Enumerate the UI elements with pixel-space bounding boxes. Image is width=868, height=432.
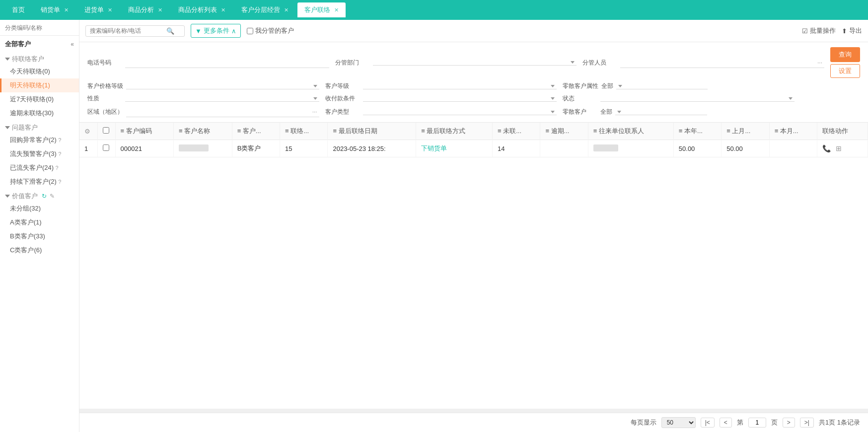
sidebar-collapse-button[interactable]: « <box>71 41 74 48</box>
sidebar-item-class-b[interactable]: B类客户(33) <box>0 229 79 243</box>
filter-retail-customer: 零散客户 全部 <box>563 108 795 116</box>
total-records: 共1页 1条记录 <box>819 418 860 427</box>
cell-this-month <box>769 140 817 157</box>
filter-manager: 分管人员 ··· <box>582 58 824 68</box>
nav-customer-contact-close-icon[interactable]: ✕ <box>334 7 339 13</box>
unit-contact-blurred <box>593 144 618 151</box>
nav-product-analysis-label: 商品分析 <box>128 5 154 14</box>
nav-customer-seg-close-icon[interactable]: ✕ <box>284 7 289 13</box>
value-edit-icon[interactable]: ✎ <box>50 193 55 200</box>
last-method-link[interactable]: 下销货单 <box>421 144 447 152</box>
customer-type-chevron <box>551 111 555 113</box>
filter-status-select[interactable] <box>600 96 795 102</box>
sidebar-item-declining[interactable]: 持续下滑客户(2) ? <box>0 175 79 189</box>
th-overdue: ≡ 逾期... <box>540 123 588 140</box>
sidebar-item-class-c[interactable]: C类客户(6) <box>0 243 79 257</box>
triangle-down-icon-2 <box>5 126 10 129</box>
sidebar-item-today-pending[interactable]: 今天待联络(0) <box>0 65 79 78</box>
filter-payment-select[interactable] <box>363 96 557 102</box>
row-action-more-icon[interactable]: ⊞ <box>836 144 842 152</box>
nav-customer-contact[interactable]: 客户联络 ✕ <box>297 2 346 17</box>
query-button[interactable]: 查询 <box>830 47 860 62</box>
th-unit-contact: ≡ 往来单位联系人 <box>588 123 673 140</box>
batch-op-label: 批量操作 <box>810 26 836 35</box>
cell-last-month: 50.00 <box>722 140 769 157</box>
filter-region: 区域（地区） ··· <box>87 107 319 117</box>
next-page-button[interactable]: > <box>783 418 795 428</box>
sidebar-item-7days-pending[interactable]: 近7天待联络(0) <box>0 92 79 106</box>
sidebar-item-tomorrow-pending[interactable]: 明天待联络(1) <box>0 78 79 92</box>
nav-sales-close-icon[interactable]: ✕ <box>64 7 69 13</box>
export-button[interactable]: ⬆ 导出 <box>842 26 862 35</box>
filter-customer-type-select[interactable] <box>363 109 557 115</box>
filter-customer-level-select[interactable] <box>363 83 557 89</box>
sidebar-item-class-a[interactable]: A类客户(1) <box>0 216 79 229</box>
nav-product-analysis-close-icon[interactable]: ✕ <box>158 7 162 13</box>
filter-panel: 电话号码 分管部门 分管人员 ··· 查询 <box>79 42 868 123</box>
first-page-button[interactable]: |< <box>701 418 715 428</box>
th-overdue-sort: ≡ <box>545 127 551 135</box>
filter-region-dots[interactable]: ··· <box>312 108 317 115</box>
filter-nature-select[interactable] <box>125 96 319 102</box>
filter-price-level-select[interactable] <box>126 83 319 89</box>
table-header-row: ⚙ ≡ 客户编码 ≡ 客户名称 <box>79 123 868 140</box>
filter-dept-select[interactable] <box>373 60 577 66</box>
prev-page-button[interactable]: < <box>720 418 732 428</box>
horizontal-scrollbar[interactable] <box>79 409 868 413</box>
nav-purchase-order[interactable]: 进货单 ✕ <box>77 2 119 17</box>
search-icon[interactable]: 🔍 <box>166 27 174 35</box>
nav-customer-segmentation[interactable]: 客户分层经营 ✕ <box>234 2 295 17</box>
more-filter-button[interactable]: ▼ 更多条件 ∧ <box>191 24 241 38</box>
sidebar-item-overdue-pending[interactable]: 逾期未联络(30) <box>0 106 79 120</box>
customer-level-chevron <box>551 85 555 87</box>
page-suffix: 页 <box>771 418 778 427</box>
nav-home[interactable]: 首页 <box>5 2 32 17</box>
per-page-select[interactable]: 50 100 <box>661 417 696 428</box>
filter-customer-type: 客户类型 <box>325 108 557 116</box>
select-all-checkbox[interactable] <box>103 127 109 134</box>
th-nc-sort: ≡ <box>498 127 503 135</box>
sidebar-item-churn-warning[interactable]: 流失预警客户(3) ? <box>0 147 79 161</box>
cell-code: 000021 <box>115 140 174 157</box>
nav-product-list-close-icon[interactable]: ✕ <box>221 7 225 13</box>
batch-op-button[interactable]: ☑ 批量操作 <box>802 26 836 35</box>
sidebar-item-repurchase-abnormal[interactable]: 回购异常客户(2) ? <box>0 133 79 147</box>
th-gear: ⚙ <box>79 123 97 140</box>
cell-last-date: 2023-05-23 18:25: <box>328 140 416 157</box>
search-input[interactable] <box>90 27 164 34</box>
row-action-phone-icon[interactable]: 📞 <box>822 144 831 152</box>
set-button[interactable]: 设置 <box>830 64 860 78</box>
filter-manager-dots[interactable]: ··· <box>817 59 822 66</box>
filter-price-level-label: 客户价格等级 <box>87 82 123 90</box>
last-page-button[interactable]: >| <box>800 418 814 428</box>
row-checkbox[interactable] <box>103 144 109 151</box>
sidebar-group-pending: 待联络客户 <box>0 52 79 65</box>
filter-status: 状态 <box>563 94 795 103</box>
nav-product-analysis-list[interactable]: 商品分析列表 ✕ <box>171 2 232 17</box>
sidebar-item-ungrouped[interactable]: 未分组(32) <box>0 202 79 216</box>
sidebar-search-input[interactable] <box>5 24 79 31</box>
my-customer-checkbox[interactable] <box>247 28 253 34</box>
filter-retail-attr-select[interactable] <box>616 83 707 89</box>
page-number-input[interactable] <box>748 418 766 428</box>
gear-icon[interactable]: ⚙ <box>84 128 90 135</box>
nav-product-analysis[interactable]: 商品分析 ✕ <box>121 2 169 17</box>
my-customer-checkbox-area[interactable]: 我分管的客户 <box>247 26 294 35</box>
cell-last-method: 下销货单 <box>416 140 493 157</box>
value-refresh-icon[interactable]: ↻ <box>42 193 47 200</box>
content-area: 🔍 ▼ 更多条件 ∧ 我分管的客户 ☑ 批量操作 ⬆ 导出 <box>79 20 868 432</box>
sidebar-item-churned[interactable]: 已流失客户(24) ? <box>0 161 79 175</box>
nav-customer-seg-label: 客户分层经营 <box>241 5 280 14</box>
sidebar-group-value: 价值客户 ↻ ✎ <box>0 189 79 202</box>
all-customers-label: 全部客户 <box>5 40 31 49</box>
main-layout: 🔍 全部客户 « 待联络客户 今天待联络(0) 明天待联络(1) 近7天待联络(… <box>0 20 868 432</box>
cell-action: 📞 ⊞ <box>817 140 868 157</box>
filter-retail-customer-select[interactable] <box>615 109 707 115</box>
nav-purchase-close-icon[interactable]: ✕ <box>108 7 112 13</box>
cell-this-year: 50.00 <box>673 140 721 157</box>
nav-sales-order[interactable]: 销货单 ✕ <box>34 2 75 17</box>
search-bar: 🔍 ▼ 更多条件 ∧ 我分管的客户 ☑ 批量操作 ⬆ 导出 <box>79 20 868 42</box>
filter-phone: 电话号码 <box>87 58 329 68</box>
filter-btn-label: 更多条件 <box>204 26 229 35</box>
filter-phone-input[interactable] <box>125 58 329 68</box>
